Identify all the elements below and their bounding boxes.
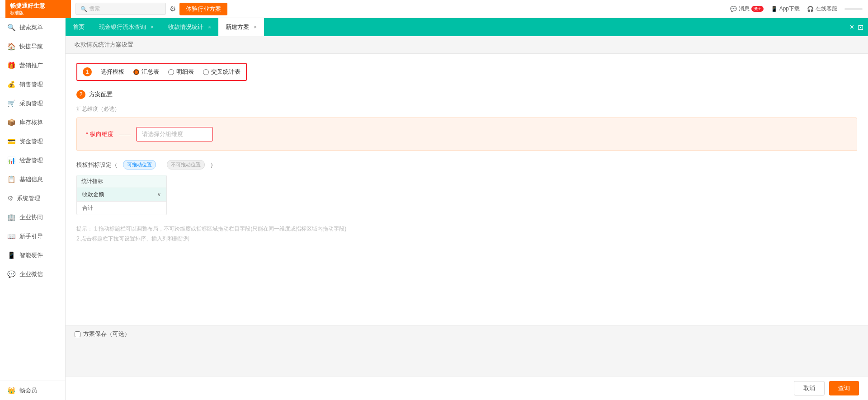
radio-summary-input[interactable] — [133, 69, 139, 75]
download-btn[interactable]: 📱 App下载 — [771, 5, 800, 13]
tip2-text: 2.点击标题栏下拉可设置排序、插入列和删除列 — [76, 235, 189, 242]
tab-collection-stats[interactable]: 收款情况统计 × — [161, 18, 218, 36]
tab-new-plan-close[interactable]: × — [254, 24, 257, 30]
radio-cross-input[interactable] — [203, 69, 209, 75]
tips-title: 提示： — [76, 226, 93, 232]
sidebar-item-label-search: 搜索菜单 — [19, 24, 43, 32]
message-btn[interactable]: 💬 消息 99+ — [730, 5, 764, 13]
metrics-section: 模板指标设定（ 可拖动位置 不可拖动位置 ） 统计指标 收款金额 — [76, 160, 857, 215]
tip1-text: 1.拖动标题栏可以调整布局，不可跨维度或指标区域拖动栏目字段(只能在同一维度或指… — [94, 226, 346, 232]
sidebar: 🔍 搜索菜单 🏠 快捷导航 🎁 营销推广 💰 销售管理 🛒 采购管理 📦 库存核… — [0, 18, 66, 400]
dimension-placeholder: 请选择分组维度 — [142, 131, 183, 137]
search-icon: 🔍 — [80, 6, 87, 12]
sidebar-item-sales[interactable]: 💰 销售管理 — [0, 75, 65, 94]
radio-cross-label: 交叉统计表 — [211, 68, 241, 76]
tab-new-plan-label: 新建方案 — [226, 23, 249, 31]
sidebar-item-member[interactable]: 👑 畅会员 — [0, 381, 65, 400]
minimize-btn[interactable]: × — [850, 23, 854, 31]
inventory-icon: 📦 — [7, 118, 16, 127]
tab-home[interactable]: 首页 — [66, 18, 92, 36]
sidebar-item-inventory[interactable]: 📦 库存核算 — [0, 113, 65, 132]
dimension-select[interactable]: 请选择分组维度 — [136, 127, 213, 141]
metrics-config-header: 模板指标设定（ 可拖动位置 不可拖动位置 ） — [76, 160, 857, 169]
sidebar-item-purchase[interactable]: 🛒 采购管理 — [0, 94, 65, 113]
radio-summary-label: 汇总表 — [142, 68, 159, 76]
step2-header: 2 方案配置 — [76, 90, 857, 99]
tip1: 提示： 1.拖动标题栏可以调整布局，不可跨维度或指标区域拖动栏目字段(只能在同一… — [76, 224, 857, 234]
top-bar-search: 🔍 搜索 ⚙ 体验行业方案 — [71, 3, 730, 15]
step2-num: 2 — [76, 90, 85, 99]
sidebar-item-label-operation: 经营管理 — [19, 156, 43, 165]
form-card: 1 选择模板 汇总表 明细表 — [66, 54, 868, 325]
tips-section: 提示： 1.拖动标题栏可以调整布局，不可跨维度或指标区域拖动栏目字段(只能在同一… — [76, 224, 857, 244]
step2-title: 方案配置 — [89, 90, 113, 99]
sidebar-item-smart-hw[interactable]: 📱 智能硬件 — [0, 246, 65, 265]
step1-title: 选择模板 — [101, 68, 124, 76]
service-btn[interactable]: 🎧 在线客服 — [807, 5, 837, 13]
sidebar-item-operation[interactable]: 📊 经营管理 — [0, 151, 65, 170]
query-button[interactable]: 查询 — [829, 381, 859, 395]
sidebar-item-basic-info[interactable]: 📋 基础信息 — [0, 170, 65, 189]
non-draggable-badge: 不可拖动位置 — [167, 160, 205, 169]
sidebar-item-label-smart: 智能硬件 — [19, 251, 43, 259]
radio-detail-input[interactable] — [168, 69, 174, 75]
template-selection-box: 1 选择模板 汇总表 明细表 — [76, 63, 247, 81]
sidebar-item-label-newbie: 新手引导 — [19, 232, 43, 240]
tab-bar: 首页 现金银行流水查询 × 收款情况统计 × 新建方案 × × ⊡ — [66, 18, 868, 36]
sidebar-item-search-menu[interactable]: 🔍 搜索菜单 — [0, 18, 65, 37]
sidebar-item-enterprise[interactable]: 🏢 企业协同 — [0, 208, 65, 227]
search-placeholder: 搜索 — [89, 5, 100, 13]
gear-button[interactable]: ⚙ — [170, 5, 176, 13]
purchase-icon: 🛒 — [7, 99, 16, 108]
radio-summary[interactable]: 汇总表 — [133, 68, 159, 76]
save-checkbox[interactable] — [75, 331, 80, 337]
tab-collection-close[interactable]: × — [208, 24, 211, 30]
main-layout: 🔍 搜索菜单 🏠 快捷导航 🎁 营销推广 💰 销售管理 🛒 采购管理 📦 库存核… — [0, 18, 868, 400]
save-checkbox-text: 方案保存（可选） — [83, 330, 130, 338]
operation-icon: 📊 — [7, 156, 16, 165]
sidebar-item-system[interactable]: ⚙ 系统管理 — [0, 189, 65, 208]
tip2: 2.点击标题栏下拉可设置排序、插入列和删除列 — [76, 234, 857, 244]
total-label: 合计 — [82, 205, 93, 211]
radio-detail[interactable]: 明细表 — [168, 68, 194, 76]
metrics-table-total: 合计 — [77, 202, 166, 215]
wechat-icon: 💬 — [7, 270, 16, 278]
stats-indicator-label: 统计指标 — [81, 178, 103, 184]
sidebar-item-quick-nav[interactable]: 🏠 快捷导航 — [0, 37, 65, 56]
basic-info-icon: 📋 — [7, 175, 16, 184]
sidebar-item-marketing[interactable]: 🎁 营销推广 — [0, 56, 65, 75]
metrics-table-label[interactable]: 收款金额 ∨ — [77, 188, 166, 202]
search-box[interactable]: 🔍 搜索 — [75, 3, 166, 15]
dimension-title-text: 汇总维度（必选） — [76, 106, 120, 112]
logo-text: 畅捷通好生意 — [10, 2, 45, 10]
top-bar-actions: 💬 消息 99+ 📱 App下载 🎧 在线客服 — [730, 5, 863, 13]
dimension-area: * 纵向维度 —— 请选择分组维度 — [76, 118, 857, 151]
bottom-action-bar: 取消 查询 — [66, 376, 868, 400]
system-icon: ⚙ — [7, 194, 13, 202]
stats-indicator-header: 统计指标 — [77, 175, 166, 188]
sidebar-item-label-enterprise: 企业协同 — [19, 213, 43, 221]
sidebar-item-capital[interactable]: 💳 资金管理 — [0, 132, 65, 151]
cancel-button[interactable]: 取消 — [794, 381, 825, 395]
industry-btn[interactable]: 体验行业方案 — [179, 3, 227, 15]
message-badge: 99+ — [751, 6, 764, 12]
step1-section: 1 选择模板 汇总表 明细表 — [76, 63, 857, 81]
tab-home-label: 首页 — [73, 23, 85, 31]
sidebar-item-label-capital: 资金管理 — [19, 137, 43, 146]
step1-num: 1 — [83, 67, 92, 76]
tab-bank-flow[interactable]: 现金银行流水查询 × — [92, 18, 161, 36]
sidebar-item-newbie[interactable]: 📖 新手引导 — [0, 227, 65, 246]
enterprise-icon: 🏢 — [7, 213, 16, 221]
message-icon: 💬 — [730, 6, 737, 12]
top-bar: 畅捷通好生意 标准版 🔍 搜索 ⚙ 体验行业方案 💬 消息 99+ 📱 App下… — [0, 0, 868, 18]
tab-bank-flow-close[interactable]: × — [151, 24, 154, 30]
save-checkbox-label[interactable]: 方案保存（可选） — [75, 330, 130, 338]
radio-cross[interactable]: 交叉统计表 — [203, 68, 241, 76]
dimension-config-label: 汇总维度（必选） — [76, 105, 857, 113]
smart-hw-icon: 📱 — [7, 251, 16, 259]
sidebar-item-wechat[interactable]: 💬 企业微信 — [0, 265, 65, 284]
tab-new-plan[interactable]: 新建方案 × — [218, 18, 264, 36]
maximize-btn[interactable]: ⊡ — [858, 23, 863, 32]
page-footer: 方案保存（可选） — [66, 325, 868, 343]
member-icon: 👑 — [7, 386, 16, 395]
